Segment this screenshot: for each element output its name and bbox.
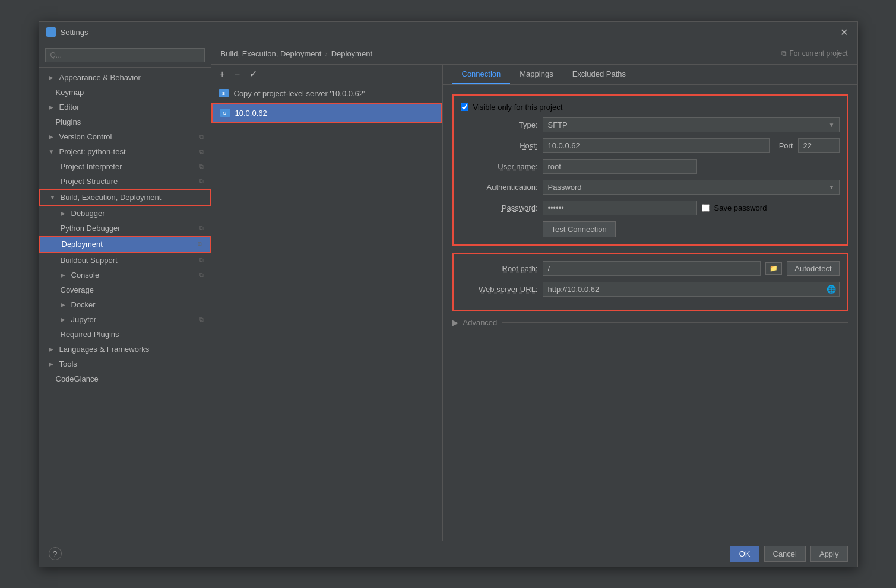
tab-mappings[interactable]: Mappings [510, 65, 562, 84]
advanced-label: Advanced [463, 318, 498, 327]
visible-only-label: Visible only for this project [473, 103, 563, 112]
sidebar-item-project-interpreter[interactable]: Project Interpreter ⧉ [39, 159, 211, 174]
arrow-icon: ▼ [49, 148, 56, 155]
help-button[interactable]: ? [49, 547, 62, 560]
sidebar-item-label: Version Control [59, 132, 112, 141]
check-server-button[interactable]: ✓ [247, 68, 259, 80]
sidebar-item-coverage[interactable]: Coverage [39, 282, 211, 297]
sidebar-item-label: Project: python-test [59, 147, 126, 156]
tab-connection[interactable]: Connection [452, 65, 511, 84]
sidebar-item-buildout[interactable]: Buildout Support ⧉ [39, 253, 211, 268]
sidebar-item-label: Console [71, 271, 100, 279]
sidebar-item-project-structure[interactable]: Project Structure ⧉ [39, 174, 211, 189]
port-input[interactable] [798, 138, 840, 153]
arrow-icon: ▶ [61, 272, 68, 278]
save-password-row: Save password [702, 204, 767, 212]
arrow-icon: ▶ [49, 74, 56, 81]
sidebar-item-label: Build, Execution, Deployment [61, 193, 162, 202]
config-content: Visible only for this project Type: SFTP [443, 85, 857, 541]
close-button[interactable]: ✕ [838, 24, 850, 40]
sidebar-item-label: Coverage [61, 285, 94, 294]
arrow-icon: ▶ [49, 104, 56, 110]
breadcrumb: Build, Execution, Deployment › Deploymen… [221, 49, 373, 58]
copy-icon: ⧉ [199, 177, 204, 185]
server-item-copy[interactable]: S Copy of project-level server '10.0.0.6… [211, 84, 442, 103]
sidebar-item-label: Project Interpreter [61, 162, 122, 171]
remove-server-button[interactable]: − [232, 68, 242, 80]
sidebar: ▶ Appearance & Behavior Keymap ▶ Editor … [39, 43, 211, 541]
dialog-footer: ? OK Cancel Apply [39, 541, 857, 567]
visible-only-row: Visible only for this project [461, 103, 840, 112]
auth-select[interactable]: Password [543, 180, 840, 195]
sidebar-item-editor[interactable]: ▶ Editor [39, 100, 211, 115]
auth-label: Authentication: [461, 183, 538, 192]
sidebar-item-languages[interactable]: ▶ Languages & Frameworks [39, 342, 211, 357]
type-label: Type: [461, 120, 538, 129]
password-input[interactable] [543, 201, 697, 215]
arrow-icon: ▶ [49, 134, 56, 140]
add-server-button[interactable]: + [217, 68, 227, 80]
sidebar-item-python-debugger[interactable]: Python Debugger ⧉ [39, 221, 211, 236]
dialog-title: Settings [61, 28, 838, 37]
save-password-checkbox[interactable] [702, 204, 710, 212]
sidebar-item-build-execution[interactable]: ▼ Build, Execution, Deployment [39, 189, 211, 206]
autodetect-button[interactable]: Autodetect [787, 261, 839, 276]
sidebar-item-label: Tools [59, 360, 77, 368]
sidebar-item-label: Debugger [71, 209, 105, 218]
sidebar-item-label: Python Debugger [61, 224, 121, 233]
sidebar-item-tools[interactable]: ▶ Tools [39, 357, 211, 371]
cancel-button[interactable]: Cancel [764, 546, 806, 562]
sidebar-item-keymap[interactable]: Keymap [39, 85, 211, 100]
type-select-wrapper: SFTP [543, 117, 840, 132]
web-url-input[interactable] [543, 282, 840, 297]
web-url-label: Web server URL: [461, 285, 538, 294]
web-url-row: Web server URL: 🌐 [461, 282, 840, 297]
sidebar-item-debugger[interactable]: ▶ Debugger [39, 206, 211, 221]
root-path-input[interactable] [543, 261, 761, 276]
search-input[interactable] [45, 48, 205, 62]
visible-only-checkbox[interactable] [461, 103, 468, 111]
sidebar-item-appearance[interactable]: ▶ Appearance & Behavior [39, 70, 211, 85]
root-path-row: Root path: 📁 Autodetect [461, 261, 840, 276]
sidebar-item-label: Plugins [56, 117, 81, 126]
sidebar-item-version-control[interactable]: ▶ Version Control ⧉ [39, 129, 211, 144]
for-current-project-badge: ⧉ For current project [781, 49, 847, 58]
sidebar-item-jupyter[interactable]: ▶ Jupyter ⧉ [39, 312, 211, 327]
sftp-icon: S [219, 89, 229, 97]
sidebar-item-plugins[interactable]: Plugins [39, 115, 211, 129]
breadcrumb-parent: Build, Execution, Deployment [221, 49, 322, 58]
for-current-project-label: For current project [789, 49, 847, 58]
sidebar-item-label: Appearance & Behavior [59, 73, 141, 82]
sidebar-item-required-plugins[interactable]: Required Plugins [39, 327, 211, 342]
sidebar-item-docker[interactable]: ▶ Docker [39, 297, 211, 312]
settings-dialog: Settings ✕ ▶ Appearance & Behavior Keyma… [39, 21, 858, 567]
copy-icon: ⧉ [198, 240, 202, 248]
sidebar-item-project[interactable]: ▼ Project: python-test ⧉ [39, 144, 211, 159]
tab-excluded-paths[interactable]: Excluded Paths [563, 65, 635, 84]
project-icon: ⧉ [781, 49, 787, 58]
apply-button[interactable]: Apply [810, 546, 848, 562]
copy-icon: ⧉ [199, 271, 204, 279]
breadcrumb-current: Deployment [331, 49, 372, 58]
browse-button[interactable]: 📁 [765, 262, 782, 275]
connection-path-box: Root path: 📁 Autodetect Web server URL: [452, 253, 848, 311]
ok-button[interactable]: OK [730, 546, 759, 562]
sidebar-item-label: Languages & Frameworks [59, 345, 150, 354]
test-connection-button[interactable]: Test Connection [543, 221, 616, 237]
root-path-label: Root path: [461, 264, 538, 273]
sidebar-nav: ▶ Appearance & Behavior Keymap ▶ Editor … [39, 68, 211, 541]
username-row: User name: [461, 159, 840, 174]
host-input[interactable] [543, 138, 770, 153]
username-input[interactable] [543, 159, 697, 174]
sidebar-item-deployment[interactable]: Deployment ⧉ [39, 236, 211, 253]
sidebar-item-label: Project Structure [61, 177, 118, 186]
host-label: Host: [461, 141, 538, 150]
server-item-main[interactable]: S 10.0.0.62 [211, 103, 442, 123]
panel-content: + − ✓ S Copy of project-level server '10… [211, 65, 857, 541]
app-icon [46, 27, 56, 37]
tabs: Connection Mappings Excluded Paths [443, 65, 857, 85]
sidebar-item-console[interactable]: ▶ Console ⧉ [39, 268, 211, 282]
type-select[interactable]: SFTP [543, 117, 840, 132]
copy-icon: ⧉ [199, 133, 204, 141]
sidebar-item-codeglance[interactable]: CodeGlance [39, 371, 211, 386]
